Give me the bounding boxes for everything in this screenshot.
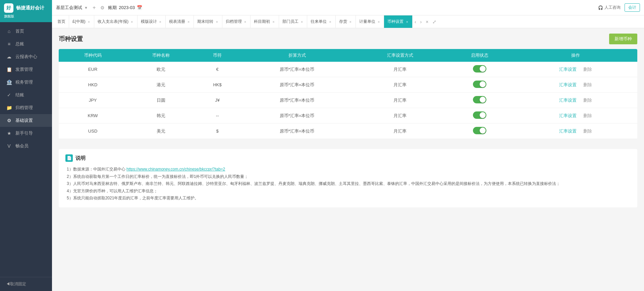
sidebar-item-settings[interactable]: ⚙ 基础设置 [0, 114, 52, 127]
header-settings-icon[interactable]: ⚙ [100, 5, 105, 10]
tab-partner[interactable]: 往来单位 × [307, 15, 335, 28]
delete-link-USD[interactable]: 删除 [583, 129, 592, 134]
account-button[interactable]: 会计 [625, 3, 640, 12]
col-conversion: 折算方式 [240, 49, 354, 62]
tab-currency[interactable]: 币种设置 × [384, 15, 412, 28]
rate-setting-link-EUR[interactable]: 汇率设置 [559, 67, 577, 72]
note-icon: 📄 [65, 154, 73, 162]
tab-partner-close[interactable]: × [328, 19, 332, 24]
period-label: 账期 [108, 5, 117, 11]
cell-status [446, 77, 514, 93]
tab-tax-clear-close[interactable]: × [187, 19, 190, 24]
tab-archive-mgmt-label: 归档管理 [226, 19, 242, 25]
company-dropdown-icon: ▼ [84, 6, 88, 10]
sidebar-item-settlement-label: 结账 [15, 92, 24, 98]
tab-tax-clear-label: 税表清册 [169, 19, 185, 25]
tab-archive-mgmt-close[interactable]: × [244, 19, 247, 24]
cell-code: KRW [59, 108, 127, 124]
headset-icon: 🎧 [598, 5, 603, 10]
tab-subject-close[interactable]: × [272, 19, 275, 24]
help-button[interactable]: 🎧 人工咨询 [598, 5, 621, 10]
tab-archive-mgmt[interactable]: 归档管理 × [222, 15, 251, 28]
tab-home[interactable]: 首页 [54, 15, 69, 28]
rate-setting-link-USD[interactable]: 汇率设置 [559, 129, 577, 134]
tab-period-close[interactable]: × [87, 19, 91, 24]
note-link[interactable]: https://www.chinamoney.com.cn/chinese/bk… [126, 167, 225, 172]
sidebar-item-tax[interactable]: 🏦 税务管理 [0, 76, 52, 89]
rate-setting-link-JPY[interactable]: 汇率设置 [559, 98, 577, 103]
delete-link-EUR[interactable]: 删除 [583, 67, 592, 72]
company-selector[interactable]: 基层工会测试 ▼ [56, 5, 88, 11]
table-row: USD 美元 $ 原币*汇率=本位币 月汇率 汇率设置 删除 [59, 124, 637, 139]
new-currency-button[interactable]: 新增币种 [609, 34, 637, 44]
delete-link-KRW[interactable]: 删除 [583, 113, 592, 118]
status-toggle-USD[interactable] [473, 127, 486, 134]
status-toggle-KRW[interactable] [473, 111, 486, 119]
sidebar-item-guide[interactable]: ★ 新手引导 [0, 127, 52, 140]
cell-conversion: 原币*汇率=本位币 [240, 108, 354, 124]
note-item: 5）系统只能自动抓取2021年度后的汇率，之前年度汇率需要用人工维护。 [65, 195, 631, 202]
tab-inventory[interactable]: 存货 × [336, 15, 356, 28]
tab-income[interactable]: 收入支出表(年报) × [94, 15, 137, 28]
tab-income-close[interactable]: × [130, 19, 133, 24]
calendar-icon[interactable]: 📅 [137, 5, 142, 10]
tab-unit-close[interactable]: × [377, 19, 380, 24]
col-status: 启用状态 [446, 49, 514, 62]
tab-period[interactable]: £(中期) × [69, 15, 94, 28]
tab-period-end-close[interactable]: × [215, 19, 218, 24]
tab-inventory-close[interactable]: × [349, 19, 352, 24]
rate-setting-link-KRW[interactable]: 汇率设置 [559, 113, 577, 118]
page-title-bar: 币种设置 新增币种 [59, 34, 637, 44]
top-header: 基层工会测试 ▼ + ⚙ 账期 2023-03 📅 🎧 人工咨询 会计 [52, 0, 644, 15]
tab-template[interactable]: 模版设计 × [138, 15, 166, 28]
cell-symbol: -- [195, 108, 240, 124]
col-code: 币种代码 [59, 49, 127, 62]
cell-action: 汇率设置 删除 [514, 124, 637, 139]
sidebar-item-reports[interactable]: ☁ 云报表中心 [0, 50, 52, 63]
add-tab-button[interactable]: + [91, 5, 97, 11]
note-section: 📄 说明 1）数据来源：中国外汇交易中心 https://www.chinamo… [59, 149, 637, 207]
cell-name: 日圆 [127, 93, 195, 108]
sidebar-item-settlement[interactable]: ✓ 结账 [0, 89, 52, 101]
tab-period-label: £(中期) [72, 19, 86, 25]
cloud-icon: ☁ [6, 54, 12, 59]
sidebar-item-member[interactable]: V 畅会员 [0, 140, 52, 152]
tab-template-close[interactable]: × [159, 19, 162, 24]
tab-expand-button[interactable]: ⤢ [430, 19, 438, 25]
tab-period-end[interactable]: 期末结转 × [194, 15, 222, 28]
cell-action: 汇率设置 删除 [514, 62, 637, 77]
sidebar-item-archive[interactable]: 📁 归档管理 [0, 101, 52, 114]
tab-dept-close[interactable]: × [300, 19, 304, 24]
tab-unit[interactable]: 计量单位 × [356, 15, 384, 28]
delete-link-HKD[interactable]: 删除 [583, 82, 592, 87]
tab-close-all-button[interactable]: × [424, 19, 430, 25]
tab-prev-button[interactable]: ‹ [413, 19, 418, 25]
tab-currency-close[interactable]: × [405, 19, 409, 24]
tab-next-button[interactable]: › [418, 19, 424, 25]
status-toggle-EUR[interactable] [473, 65, 486, 72]
sidebar-item-invoice-label: 发票管理 [15, 66, 33, 72]
sidebar-pin-toggle[interactable]: ◀取消固定 [0, 277, 52, 291]
home-icon: ⌂ [6, 29, 12, 34]
tab-tax-clear[interactable]: 税表清册 × [166, 15, 194, 28]
sidebar-item-invoice[interactable]: 📋 发票管理 [0, 63, 52, 76]
sidebar-item-reports-label: 云报表中心 [15, 54, 37, 60]
table-row: KRW 韩元 -- 原币*汇率=本位币 月汇率 汇率设置 删除 [59, 108, 637, 124]
tab-dept[interactable]: 部门员工 × [279, 15, 307, 28]
tab-subject[interactable]: 科目期初 × [251, 15, 279, 28]
cell-symbol: J¥ [195, 93, 240, 108]
rate-setting-link-HKD[interactable]: 汇率设置 [559, 82, 577, 87]
tab-currency-label: 币种设置 [387, 19, 404, 25]
sidebar-item-home[interactable]: ⌂ 首页 [0, 25, 52, 38]
delete-link-JPY[interactable]: 删除 [583, 98, 592, 103]
tab-template-label: 模版设计 [141, 19, 157, 25]
cell-name: 港元 [127, 77, 195, 93]
sidebar-item-ledger[interactable]: ≡ 总账 [0, 38, 52, 50]
note-item: 1）数据来源：中国外汇交易中心 https://www.chinamoney.c… [65, 166, 631, 173]
status-toggle-JPY[interactable] [473, 96, 486, 103]
sidebar-logo: 好 畅捷通好会计 旗舰版 [0, 0, 52, 22]
ledger-icon: ≡ [6, 41, 12, 47]
sidebar-item-ledger-label: 总账 [15, 41, 24, 47]
status-toggle-HKD[interactable] [473, 81, 486, 88]
cell-name: 欧元 [127, 62, 195, 77]
